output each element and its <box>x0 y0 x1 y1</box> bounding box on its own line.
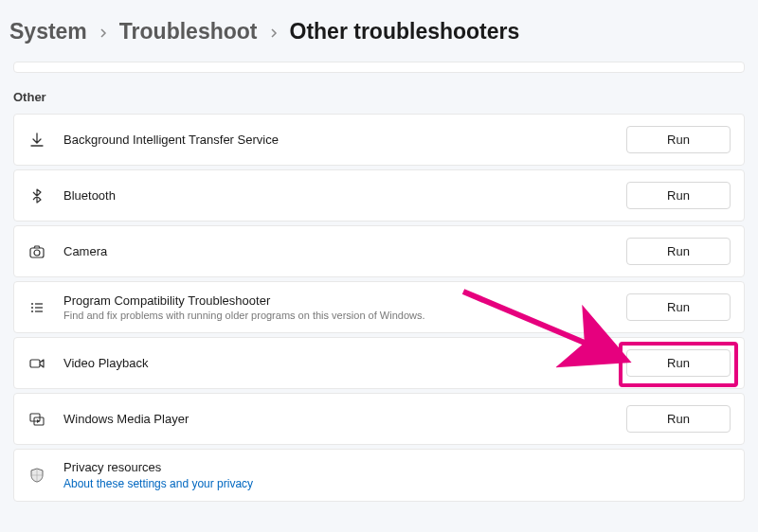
bluetooth-icon <box>27 186 46 205</box>
media-icon <box>27 410 46 429</box>
privacy-resources: Privacy resources About these settings a… <box>13 449 745 502</box>
svg-point-4 <box>31 307 33 309</box>
section-label: Other <box>0 90 758 114</box>
list-icon <box>27 298 46 317</box>
item-title: Camera <box>63 244 626 258</box>
item-content: Privacy resources About these settings a… <box>63 460 731 490</box>
shield-icon <box>27 466 46 485</box>
item-content: Windows Media Player <box>63 412 626 426</box>
chevron-right-icon <box>99 26 108 41</box>
run-button[interactable]: Run <box>626 293 731 321</box>
item-title: Bluetooth <box>63 188 626 203</box>
item-title: Background Intelligent Transfer Service <box>63 133 626 147</box>
troubleshooter-item-compat: Program Compatibility Troubleshooter Fin… <box>13 281 745 333</box>
svg-point-2 <box>31 303 33 305</box>
svg-point-6 <box>31 310 33 312</box>
run-button[interactable]: Run <box>626 238 731 265</box>
privacy-link[interactable]: About these settings and your privacy <box>63 477 731 490</box>
item-title: Privacy resources <box>63 460 731 474</box>
chevron-right-icon <box>269 26 279 41</box>
troubleshooter-item-wmp: Windows Media Player Run <box>13 393 745 445</box>
troubleshooter-list: Background Intelligent Transfer Service … <box>0 114 758 502</box>
item-content: Program Compatibility Troubleshooter Fin… <box>63 293 626 321</box>
breadcrumb-system[interactable]: System <box>9 19 87 44</box>
run-button[interactable]: Run <box>626 405 731 433</box>
breadcrumb-troubleshoot[interactable]: Troubleshoot <box>119 19 258 44</box>
item-content: Background Intelligent Transfer Service <box>63 133 626 147</box>
item-title: Video Playback <box>63 356 626 370</box>
run-button[interactable]: Run <box>626 126 731 153</box>
run-button[interactable]: Run <box>626 182 731 209</box>
breadcrumb-current: Other troubleshooters <box>290 19 520 44</box>
spacer <box>13 62 745 73</box>
download-icon <box>27 131 46 150</box>
video-icon <box>27 354 46 373</box>
svg-point-1 <box>34 250 40 256</box>
troubleshooter-item-bits: Background Intelligent Transfer Service … <box>13 114 745 166</box>
camera-icon <box>27 242 46 261</box>
troubleshooter-item-bluetooth: Bluetooth Run <box>13 169 745 222</box>
run-button[interactable]: Run <box>626 349 731 377</box>
svg-rect-8 <box>30 360 40 367</box>
item-title: Program Compatibility Troubleshooter <box>63 293 626 308</box>
troubleshooter-item-camera: Camera Run <box>13 225 745 277</box>
item-content: Camera <box>63 244 626 258</box>
item-content: Bluetooth <box>63 188 626 203</box>
item-content: Video Playback <box>63 356 626 370</box>
item-description: Find and fix problems with running older… <box>63 310 626 321</box>
breadcrumb: System Troubleshoot Other troubleshooter… <box>0 0 758 62</box>
item-title: Windows Media Player <box>63 412 626 426</box>
troubleshooter-item-video: Video Playback Run <box>13 337 745 389</box>
